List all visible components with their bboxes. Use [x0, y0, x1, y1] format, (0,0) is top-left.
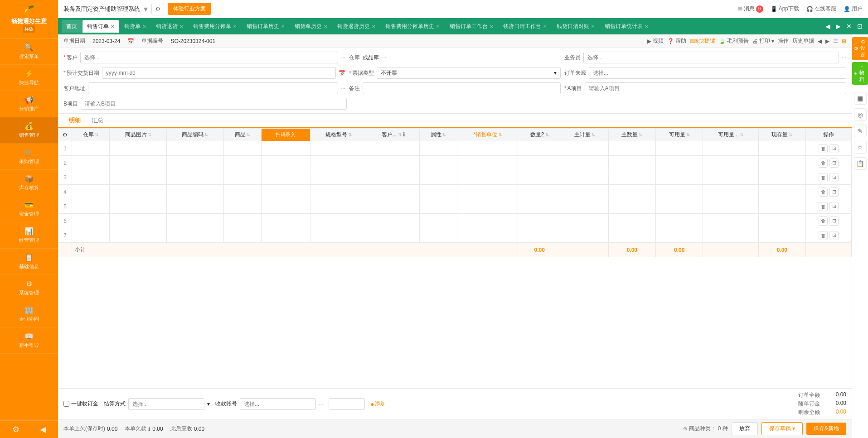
right-panel-circle-icon[interactable]: ◎ [854, 108, 867, 121]
a-project-input[interactable] [585, 82, 847, 94]
notes-input[interactable] [363, 82, 561, 94]
user-button[interactable]: 👤 用户 [844, 5, 863, 13]
copy-row-button[interactable]: ⊡ [829, 173, 839, 182]
delete-row-button[interactable]: 🗑 [819, 217, 828, 226]
sidebar-item-quick-nav[interactable]: ⚡ 快捷导航 [0, 65, 58, 91]
right-panel-grid-icon[interactable]: ▦ [854, 92, 867, 105]
copy-row-button[interactable]: ⊡ [829, 188, 839, 197]
online-service-button[interactable]: 🎧 在线客服 [806, 5, 836, 13]
settings-gear-button[interactable]: ⚙ [151, 3, 164, 15]
col-warehouse[interactable]: 仓库⇅ [72, 129, 110, 141]
col-scan[interactable]: 扫码录入 [261, 129, 310, 141]
date-picker-icon[interactable]: 📅 [339, 70, 345, 76]
close-icon[interactable]: ✕ [645, 24, 648, 29]
copy-row-button[interactable]: ⊡ [829, 159, 839, 168]
tab-cash-clear[interactable]: 钱货日清工作台 ✕ [499, 20, 551, 33]
nav-next-icon[interactable]: ▶ [825, 38, 829, 44]
col-qty2[interactable]: 数量2⇅ [518, 129, 561, 141]
sidebar-settings-icon[interactable]: ⚙ [12, 424, 19, 434]
delete-row-button[interactable]: 🗑 [819, 159, 828, 168]
close-icon[interactable]: ✕ [591, 24, 595, 29]
sidebar-item-search[interactable]: 🔍 搜索菜单 [0, 39, 58, 65]
close-icon[interactable]: ✕ [281, 24, 285, 29]
message-button[interactable]: ✉ 消息 9 [738, 5, 763, 13]
tab-close-button[interactable]: ✕ [844, 22, 853, 31]
account-more-icon[interactable]: ··· [319, 401, 323, 407]
col-main-unit[interactable]: 主计量⇅ [561, 129, 608, 141]
sidebar-item-sales[interactable]: 💰 销售管理 [0, 117, 58, 144]
col-attribute[interactable]: 属性⇅ [420, 129, 457, 141]
col-product-code[interactable]: 商品编码⇅ [166, 129, 223, 141]
delete-row-button[interactable]: 🗑 [819, 173, 828, 182]
list-view-icon[interactable]: ☰ [833, 38, 838, 44]
account-input[interactable] [240, 398, 316, 410]
add-button[interactable]: ● 添加 [370, 400, 386, 408]
tab-sales-return[interactable]: 销货单 ✕ [120, 20, 150, 33]
save-new-button[interactable]: 保存&新增 [806, 423, 846, 435]
order-source-input[interactable] [589, 67, 846, 79]
customer-input[interactable] [80, 52, 339, 63]
col-sales-unit[interactable]: *销售单位⇅ [457, 129, 518, 141]
addr-more-icon[interactable]: ··· [341, 85, 345, 91]
sidebar-item-system[interactable]: ⚙ 系统管理 [0, 275, 58, 301]
tab-summary[interactable]: 汇总 [86, 114, 109, 127]
col-settings[interactable]: ⚙ [58, 129, 72, 141]
delete-row-button[interactable]: 🗑 [819, 231, 828, 240]
close-icon[interactable]: ✕ [111, 24, 114, 29]
close-icon[interactable]: ✕ [543, 24, 547, 29]
sidebar-item-guide[interactable]: 📖 新手引导 [0, 327, 58, 354]
sidebar-item-inventory[interactable]: 📦 库存核算 [0, 170, 58, 196]
right-panel-star-icon[interactable]: ☆ [854, 141, 867, 154]
copy-row-button[interactable]: ⊡ [829, 144, 839, 153]
col-product-name[interactable]: 商品⇅ [223, 129, 261, 141]
sidebar-item-purchase[interactable]: 🛒 采购管理 [0, 144, 58, 170]
tab-expand-button[interactable]: ⊡ [855, 22, 864, 31]
delete-row-button[interactable]: 🗑 [819, 144, 828, 153]
tab-sales-history[interactable]: 销售订单历史 ✕ [242, 20, 289, 33]
operation-button[interactable]: 操作 [778, 37, 789, 45]
close-icon[interactable]: ✕ [142, 24, 146, 29]
app-download-button[interactable]: 📱 App下载 [771, 5, 799, 13]
invoice-select[interactable]: 不开票 ▾ [377, 67, 561, 79]
col-available[interactable]: 可用量⇅ [656, 129, 703, 141]
delete-row-button[interactable]: 🗑 [819, 202, 828, 211]
sidebar-item-enterprise[interactable]: 🏢 企业协同 [0, 301, 58, 327]
copy-row-button[interactable]: ⊡ [829, 217, 839, 226]
close-icon[interactable]: ✕ [179, 24, 183, 29]
col-product-image[interactable]: 商品图片⇅ [110, 129, 167, 141]
sidebar-item-base[interactable]: 📋 基础信息 [0, 249, 58, 275]
sidebar-collapse-icon[interactable]: ◀ [40, 424, 46, 434]
right-panel-clipboard-icon[interactable]: 📋 [854, 157, 867, 170]
tab-sales-fee[interactable]: 销售费用分摊单 ✕ [189, 20, 241, 33]
col-customer-code[interactable]: 客户...⇅ ℹ [367, 129, 420, 141]
tab-sales-workbench[interactable]: 销售订单工作台 ✕ [445, 20, 498, 33]
close-icon[interactable]: ✕ [436, 24, 440, 29]
tab-sales-order[interactable]: 销售订单 ✕ [82, 20, 119, 33]
copy-row-button[interactable]: ⊡ [829, 202, 839, 211]
tab-sales-return2[interactable]: 销货退货 ✕ [151, 20, 188, 33]
discard-button[interactable]: 放弃 [732, 422, 758, 435]
sidebar-item-marketing[interactable]: 📢 营销推广 [0, 91, 58, 117]
close-icon[interactable]: ✕ [490, 24, 493, 29]
view-video-button[interactable]: ▶ 视频 [647, 37, 664, 45]
right-panel-edit-icon[interactable]: ✎ [854, 125, 867, 137]
staff-more-icon[interactable]: ··· [842, 54, 846, 61]
shortcut-button[interactable]: ⌨ 快捷键 [690, 37, 715, 45]
one-click-checkbox[interactable] [63, 401, 69, 407]
print-button[interactable]: 🖨 打印 ▾ [752, 37, 774, 45]
tab-sales-stats[interactable]: 销售订单统计表 ✕ [600, 20, 653, 33]
col-spec[interactable]: 规格型号⇅ [310, 129, 367, 141]
amount-input[interactable]: 0.00 [329, 398, 365, 410]
close-icon[interactable]: ✕ [372, 24, 375, 29]
customer-addr-input[interactable] [88, 82, 338, 94]
scan-button[interactable]: 扫码录入 [273, 130, 298, 139]
history-button[interactable]: 历史单据 [792, 37, 814, 45]
tab-detail[interactable]: 明细 [63, 114, 86, 128]
copy-row-button[interactable]: ⊡ [829, 231, 839, 240]
tab-sales-return-history2[interactable]: 销货退货历史 ✕ [333, 20, 380, 33]
settings-panel-button[interactable]: ⚙ ⚙ 设置 [852, 37, 868, 60]
help-button[interactable]: ❓ 帮助 [667, 37, 686, 45]
tab-sales-fee-history[interactable]: 销售费用分摊单历史 ✕ [381, 20, 444, 33]
customer-more-icon[interactable]: ··· [341, 54, 345, 61]
col-main-qty[interactable]: 主数量⇅ [608, 129, 655, 141]
